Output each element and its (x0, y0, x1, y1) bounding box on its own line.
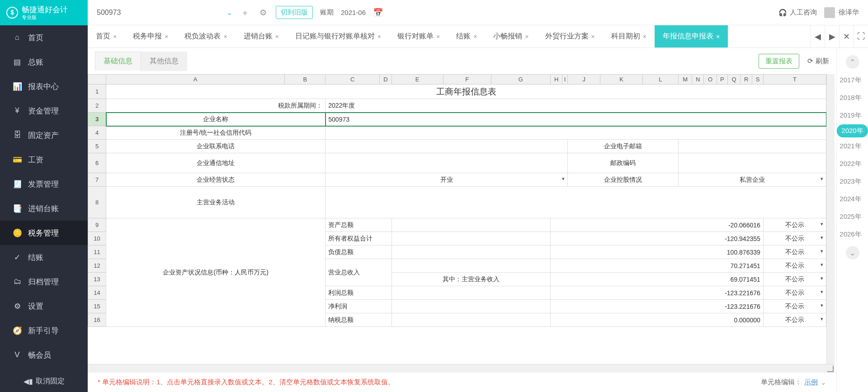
asset-sub-11[interactable] (392, 246, 550, 259)
col-I[interactable]: I (562, 75, 568, 85)
col-O[interactable]: O (704, 75, 717, 85)
company-name-cell[interactable]: 500973 (326, 113, 826, 126)
period-lbl[interactable]: 税款所属期间： (106, 99, 326, 113)
row-hdr-9[interactable]: 9 (88, 218, 106, 232)
r6-lbl2[interactable]: 邮政编码 (567, 153, 678, 173)
asset-val-9[interactable]: -20.066016 (550, 218, 763, 232)
tab-close-icon[interactable]: × (716, 33, 720, 40)
r8-lbl[interactable]: 主营业务活动 (106, 187, 326, 218)
sidebar-item-3[interactable]: ¥资金管理 (0, 99, 88, 123)
asset-val-16[interactable]: 0.000000 (550, 313, 763, 327)
subtab-other[interactable]: 其他信息 (141, 52, 187, 71)
asset-lbl-10[interactable]: 所有者权益合计 (326, 232, 392, 246)
asset-sub-15[interactable] (392, 300, 550, 313)
sidebar-item-4[interactable]: 🗄固定资产 (0, 123, 88, 147)
asset-lbl-12[interactable]: 营业总收入 (326, 259, 392, 286)
sidebar-item-1[interactable]: ▤总账 (0, 50, 88, 74)
asset-sub-10[interactable] (392, 232, 550, 246)
sidebar-item-12[interactable]: 🧭新手引导 (0, 318, 88, 343)
consult-button[interactable]: 🎧 人工咨询 (778, 8, 817, 17)
tab-close-icon[interactable]: × (113, 33, 117, 40)
tab-close-icon[interactable]: × (525, 33, 528, 40)
old-version-button[interactable]: 切到旧版 (276, 6, 313, 19)
sidebar-item-5[interactable]: 💳工资 (0, 147, 88, 172)
tab-close-icon[interactable]: × (165, 33, 168, 40)
tab-8[interactable]: 外贸行业方案× (537, 25, 603, 47)
col-M[interactable]: M (679, 75, 692, 85)
year-2021年[interactable]: 2021年 (837, 137, 868, 155)
refresh-button[interactable]: ⟳ 刷新 (807, 57, 829, 66)
col-J[interactable]: J (567, 75, 600, 85)
col-R[interactable]: R (741, 75, 752, 85)
col-D[interactable]: D (380, 75, 392, 85)
r5-val1[interactable] (326, 140, 568, 153)
publish-select-15[interactable]: 不公示 (763, 300, 826, 313)
publish-select-16[interactable]: 不公示 (763, 313, 826, 327)
asset-val-11[interactable]: 100.876339 (550, 246, 763, 259)
r6-lbl[interactable]: 企业通信地址 (106, 153, 326, 173)
year-down-button[interactable]: ⌄ (846, 246, 859, 260)
col-H[interactable]: H (550, 75, 562, 85)
r6-val1[interactable] (326, 153, 568, 173)
reset-report-button[interactable]: 重置报表 (759, 54, 799, 69)
publish-select-11[interactable]: 不公示 (763, 246, 826, 259)
row-hdr-4[interactable]: 4 (88, 126, 106, 140)
row-hdr-11[interactable]: 11 (88, 246, 106, 259)
row-hdr-5[interactable]: 5 (88, 140, 106, 153)
row-hdr-14[interactable]: 14 (88, 286, 106, 300)
row-hdr-2[interactable]: 2 (88, 99, 106, 113)
tab-4[interactable]: 日记账与银行对账单核对× (287, 25, 389, 47)
asset-sub-12[interactable] (392, 259, 550, 273)
holding-select[interactable]: 私营企业 (679, 173, 826, 187)
col-T[interactable]: T (763, 75, 826, 85)
unpin-button[interactable]: ◀▮ 取消固定 (0, 370, 88, 392)
asset-lbl-15[interactable]: 净利润 (326, 300, 392, 313)
spreadsheet[interactable]: A B C D E F G H I J K L M (88, 74, 826, 364)
col-S[interactable]: S (752, 75, 763, 85)
row-hdr-7[interactable]: 7 (88, 173, 106, 187)
tab-10[interactable]: 年报信息申报表× (655, 25, 728, 47)
r4-lbl[interactable]: 注册号/统一社会信用代码 (106, 126, 326, 140)
tab-close-icon[interactable]: × (275, 33, 279, 40)
asset-sub-16[interactable] (392, 313, 550, 327)
tab-scroll-right[interactable]: ▶ (825, 25, 839, 47)
tab-9[interactable]: 科目期初× (603, 25, 655, 47)
tab-close-icon[interactable]: × (473, 33, 477, 40)
tab-scroll-left[interactable]: ◀ (810, 25, 825, 47)
year-2019年[interactable]: 2019年 (837, 107, 868, 124)
corner-cell[interactable] (88, 75, 106, 85)
row-hdr-6[interactable]: 6 (88, 153, 106, 173)
asset-sub-14[interactable] (392, 286, 550, 300)
tab-close-icon[interactable]: × (643, 33, 646, 40)
r7-lbl2[interactable]: 企业控股情况 (567, 173, 678, 187)
tab-close-icon[interactable]: × (436, 33, 440, 40)
publish-select-13[interactable]: 不公示 (763, 273, 826, 286)
publish-select-12[interactable]: 不公示 (763, 259, 826, 273)
tab-1[interactable]: 税务申报× (125, 25, 176, 47)
col-E[interactable]: E (392, 75, 443, 85)
asset-group-label[interactable]: 企业资产状况信息(币种：人民币万元) (106, 218, 326, 327)
year-2026年[interactable]: 2026年 (837, 226, 868, 243)
publish-select-9[interactable]: 不公示 (763, 218, 826, 232)
r5-val2[interactable] (679, 140, 826, 153)
col-Q[interactable]: Q (727, 75, 740, 85)
tab-close-icon[interactable]: × (591, 33, 595, 40)
tab-2[interactable]: 税负波动表× (176, 25, 235, 47)
tab-close-icon[interactable]: × (223, 33, 227, 40)
row-hdr-10[interactable]: 10 (88, 232, 106, 246)
sidebar-item-11[interactable]: ⚙设置 (0, 294, 88, 318)
tab-7[interactable]: 小畅报销× (485, 25, 537, 47)
year-2023年[interactable]: 2023年 (837, 173, 868, 190)
tab-close-all[interactable]: ✕ (839, 25, 854, 47)
col-A[interactable]: A (106, 75, 285, 85)
tab-3[interactable]: 进销台账× (236, 25, 287, 47)
row-hdr-3[interactable]: 3 (88, 113, 106, 126)
row-hdr-16[interactable]: 16 (88, 313, 106, 327)
col-G[interactable]: G (491, 75, 550, 85)
tab-6[interactable]: 结账× (448, 25, 485, 47)
r5-lbl2[interactable]: 企业电子邮箱 (567, 140, 678, 153)
r7-lbl[interactable]: 企业经营状态 (106, 173, 326, 187)
gear-icon[interactable]: ⚙ (258, 7, 269, 18)
user-area[interactable]: 徐泽华 (824, 7, 859, 18)
col-L[interactable]: L (642, 75, 679, 85)
